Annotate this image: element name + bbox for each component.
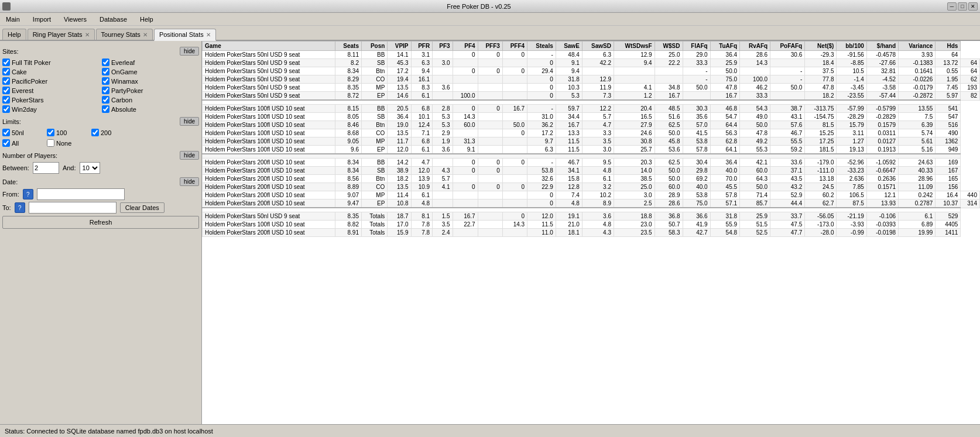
- col-perhand[interactable]: $/hand: [866, 42, 898, 51]
- site-absolute[interactable]: Absolute: [102, 105, 199, 113]
- tab-positional[interactable]: Positional Stats ✕: [154, 29, 216, 41]
- site-fullTilt[interactable]: Full Tilt Poker: [2, 58, 100, 67]
- cell-PFF4: [502, 167, 527, 175]
- menu-main[interactable]: Main: [2, 15, 23, 24]
- clear-dates-button[interactable]: Clear Dates: [120, 202, 165, 213]
- hide-limits-button[interactable]: hide: [180, 117, 199, 126]
- cell-SawSD: 4.7: [582, 121, 614, 129]
- col-steals[interactable]: Steals: [527, 42, 556, 51]
- cell-WtSDwsF: 3.0: [614, 191, 655, 199]
- cell-SawE: 9.1: [556, 59, 582, 67]
- cell-Steals: 0: [527, 191, 556, 199]
- cell-TuAFq: 57.8: [710, 191, 739, 199]
- to-row: To: ? Clear Dates: [2, 202, 199, 214]
- from-date-input[interactable]: [37, 188, 125, 200]
- col-variance[interactable]: Variance: [899, 42, 936, 51]
- hide-numplayers-button[interactable]: hide: [180, 151, 199, 160]
- cell-Seats: 9.05: [335, 137, 361, 146]
- and-select[interactable]: 10 9 8 6: [80, 162, 100, 174]
- cell-bb/100: -0.99: [837, 229, 866, 237]
- tab-tourney-close[interactable]: ✕: [143, 32, 148, 38]
- col-net[interactable]: Net($): [805, 42, 837, 51]
- col-pofafq[interactable]: PoFAFq: [770, 42, 805, 51]
- menu-viewers[interactable]: Viewers: [60, 15, 90, 24]
- menu-import[interactable]: Import: [29, 15, 54, 24]
- cell-RvAFq: 51.5: [740, 221, 770, 229]
- cell-PFF3: 0: [478, 67, 502, 75]
- cell-Hds: 165: [936, 175, 961, 183]
- col-pf3[interactable]: PF3: [433, 42, 453, 51]
- col-tuafq[interactable]: TuAFq: [710, 42, 739, 51]
- tab-ring[interactable]: Ring Player Stats ✕: [28, 29, 95, 40]
- cell-VPIP: 18.2: [388, 175, 411, 183]
- col-bb100[interactable]: bb/100: [837, 42, 866, 51]
- hide-date-button[interactable]: hide: [180, 177, 199, 186]
- tab-positional-close[interactable]: ✕: [206, 32, 211, 38]
- limit-50nl[interactable]: 50nl: [2, 128, 37, 137]
- col-pff4[interactable]: PFF4: [502, 42, 527, 51]
- cell-$/hand: -0.0393: [866, 221, 898, 229]
- limit-200[interactable]: 200: [91, 128, 126, 137]
- cell-Seats: 9.07: [335, 191, 361, 199]
- limit-100[interactable]: 100: [47, 128, 82, 137]
- site-everleaf[interactable]: Everleaf: [102, 58, 199, 67]
- cell-SawE: 34.1: [556, 167, 582, 175]
- cell-FlAFq: 53.8: [683, 137, 710, 146]
- site-cake[interactable]: Cake: [2, 67, 100, 76]
- cell-PFF3: [478, 59, 502, 67]
- cell-Variance: 6.39: [899, 121, 936, 129]
- col-pf4[interactable]: PF4: [453, 42, 478, 51]
- col-pff3[interactable]: PFF3: [478, 42, 502, 51]
- col-wtsdwsf[interactable]: WtSDwsF: [614, 42, 655, 51]
- tab-ring-close[interactable]: ✕: [85, 32, 90, 38]
- cell-WtSDwsF: 20.3: [614, 159, 655, 167]
- col-hds[interactable]: Hds: [936, 42, 961, 51]
- to-date-input[interactable]: [29, 202, 116, 214]
- cell-$/hand: -4.52: [866, 75, 898, 84]
- site-winamax[interactable]: Winamax: [102, 77, 199, 85]
- to-help-button[interactable]: ?: [15, 202, 25, 213]
- cell-RvAFq: 14.3: [740, 59, 770, 67]
- minimize-button[interactable]: ─: [947, 2, 957, 11]
- col-sawe[interactable]: SawE: [556, 42, 582, 51]
- menu-database[interactable]: Database: [96, 15, 131, 24]
- refresh-button[interactable]: Refresh: [2, 216, 199, 229]
- tab-tourney[interactable]: Tourney Stats ✕: [96, 29, 153, 40]
- cell-bb/100: 19.13: [837, 146, 866, 154]
- cell-$/hand: -27.66: [866, 59, 898, 67]
- limit-all[interactable]: All: [2, 139, 37, 147]
- site-ongame[interactable]: OnGame: [102, 67, 199, 76]
- between-input[interactable]: [33, 162, 59, 174]
- menu-help[interactable]: Help: [136, 15, 157, 24]
- col-pfr[interactable]: PFR: [411, 42, 433, 51]
- limit-none[interactable]: None: [47, 139, 82, 147]
- site-carbon[interactable]: Carbon: [102, 95, 199, 104]
- col-game[interactable]: Game: [203, 42, 335, 51]
- site-win2day[interactable]: Win2day: [2, 105, 100, 113]
- maximize-button[interactable]: □: [958, 2, 967, 11]
- cell-Net($): 60.2: [805, 191, 837, 199]
- col-seats[interactable]: Seats: [335, 42, 361, 51]
- col-wsd[interactable]: W$SD: [655, 42, 683, 51]
- site-pacificpoker[interactable]: PacificPoker: [2, 77, 100, 85]
- cell-Variance: 5.16: [899, 146, 936, 154]
- close-button[interactable]: ✕: [968, 2, 978, 11]
- col-vpip[interactable]: VPIP: [388, 42, 411, 51]
- cell-PF4: 16.7: [453, 212, 478, 221]
- cell-VPIP: 15.9: [388, 229, 411, 237]
- table-row: Holdem PokerStars 50nl USD 9 seat8.34Btn…: [203, 67, 980, 75]
- site-partypoker[interactable]: PartyPoker: [102, 86, 199, 95]
- tab-help[interactable]: Help: [2, 29, 26, 40]
- players-row: Between: And: 10 9 8 6: [2, 162, 199, 174]
- cell-Variance: 6.89: [899, 221, 936, 229]
- col-rvafq[interactable]: RvAFq: [740, 42, 770, 51]
- cell-FlAFq: 41.9: [683, 221, 710, 229]
- from-help-button[interactable]: ?: [23, 189, 33, 199]
- site-everest[interactable]: Everest: [2, 86, 100, 95]
- site-pokerstars[interactable]: PokerStars: [2, 95, 100, 104]
- col-posn[interactable]: Posn: [362, 42, 388, 51]
- col-sawsd[interactable]: SawSD: [582, 42, 614, 51]
- col-flafq[interactable]: FlAFq: [683, 42, 710, 51]
- cell-bb/100: -21.19: [837, 212, 866, 221]
- hide-sites-button[interactable]: hide: [180, 47, 199, 56]
